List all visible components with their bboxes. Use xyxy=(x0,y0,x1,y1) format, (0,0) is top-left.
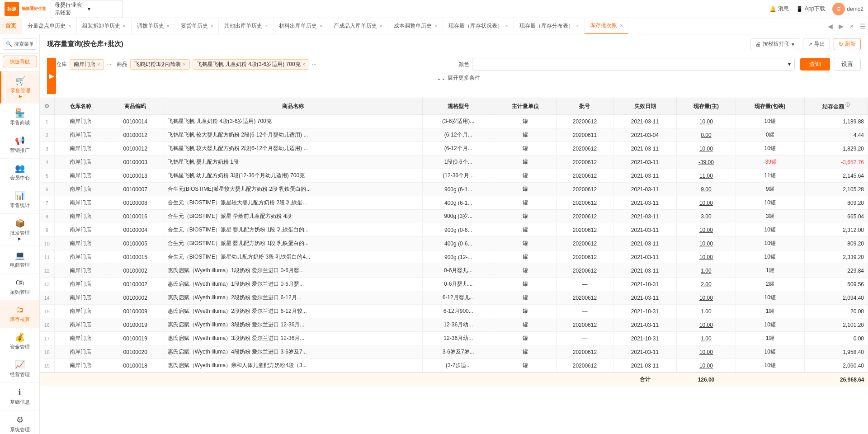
row-number: 19 xyxy=(40,359,54,373)
sidebar-item-members[interactable]: 👥 会员中心 xyxy=(0,159,39,186)
sidebar-item-retail-stats[interactable]: 📊 零售统计 xyxy=(0,186,39,214)
cell-qty-main[interactable]: 10.00 xyxy=(677,345,736,359)
cell-qty-main[interactable]: 0.00 xyxy=(677,128,736,142)
tab-2[interactable]: 组装拆卸单历史 × xyxy=(77,18,132,34)
messages-button[interactable]: 🔔 消息 xyxy=(769,5,789,13)
sidebar-item-inventory[interactable]: 🗂 库存核算 xyxy=(0,301,39,328)
close-icon[interactable]: × xyxy=(167,24,170,28)
sidebar-item-wholesale[interactable]: 📦 批发管理 ▶ xyxy=(0,214,39,246)
cell-qty-main[interactable]: -39.00 xyxy=(677,156,736,169)
expand-conditions-button[interactable]: ⌄⌄ 展开更多条件 xyxy=(437,72,480,84)
nav-right-button[interactable]: ▶ xyxy=(835,18,846,34)
tab-8[interactable]: 成本调整单历史 × xyxy=(388,18,443,34)
close-icon[interactable]: × xyxy=(265,24,268,28)
cell-qty-main[interactable]: 1.00 xyxy=(677,264,736,278)
tab-3[interactable]: 调拨单历史 × xyxy=(132,18,175,34)
close-icon[interactable]: × xyxy=(211,24,213,28)
refresh-button[interactable]: ↻ 刷新 xyxy=(834,38,861,50)
tab-home[interactable]: 首页 xyxy=(0,18,22,34)
product-tag-1[interactable]: 飞鹤星飞帆 儿童奶粉 4段(3-6岁适用) 700克 × xyxy=(193,59,309,70)
tab-6[interactable]: 材料出库单历史 × xyxy=(274,18,328,34)
nav-menu-button[interactable]: ☰ xyxy=(857,18,868,34)
remove-product-0-icon[interactable]: × xyxy=(183,61,185,67)
close-icon[interactable]: × xyxy=(620,23,623,28)
tab-11[interactable]: 库存批次账 × xyxy=(585,18,628,34)
tab-10[interactable]: 现存量（库存分布表） × xyxy=(514,18,585,34)
warehouse-select[interactable]: 母婴行业演示账套 ▾ xyxy=(51,0,123,18)
tab-4[interactable]: 要货单历史 × xyxy=(175,18,219,34)
expand-sidebar-button[interactable]: ▶ xyxy=(47,58,56,94)
cell-qty-pkg: 10罐 xyxy=(736,250,804,264)
chevron-down-icon: ▾ xyxy=(88,6,119,12)
close-icon[interactable]: × xyxy=(320,24,322,28)
close-icon[interactable]: × xyxy=(505,24,508,28)
tab-9[interactable]: 现存量（库存状况表） × xyxy=(443,18,514,34)
top-bar-right: 🔔 消息 📱 App下载 E demo2 xyxy=(769,3,863,15)
close-icon[interactable]: × xyxy=(123,24,126,28)
print-button[interactable]: 🖨 按模板打印 ▾ xyxy=(750,38,799,50)
home-tab-label: 首页 xyxy=(5,22,16,30)
warehouse-more-button[interactable]: ··· xyxy=(107,61,111,67)
sidebar-item-marketing[interactable]: 📢 营销推广 xyxy=(0,131,39,159)
remove-warehouse-icon[interactable]: × xyxy=(97,61,100,67)
cell-qty-main[interactable]: 10.00 xyxy=(677,223,736,237)
cell-qty-main[interactable]: 10.00 xyxy=(677,196,736,210)
sidebar-item-purchase[interactable]: 🛍 采购管理 xyxy=(0,274,39,301)
nav-close-button[interactable]: × xyxy=(846,18,857,34)
close-icon[interactable]: × xyxy=(434,24,437,28)
table-row: 19 南岸门店 00100018 惠氏启赋（Wyeth illuma）亲和人体儿… xyxy=(40,359,868,373)
tab-5[interactable]: 其他出库单历史 × xyxy=(219,18,274,34)
cell-qty-main[interactable]: 10.00 xyxy=(677,250,736,264)
cell-qty-main[interactable]: 10.00 xyxy=(677,359,736,373)
footer-total-amount: 26,968.64 xyxy=(804,373,868,386)
product-more-button[interactable]: ··· xyxy=(312,61,316,67)
sidebar-item-operations[interactable]: 📈 经营管理 xyxy=(0,355,39,383)
cell-qty-main[interactable]: 3.00 xyxy=(677,210,736,223)
table-footer: 合计 126.00 26,968.64 xyxy=(40,373,868,386)
info-icon[interactable]: ⓘ xyxy=(845,102,850,107)
cell-qty-main[interactable]: 10.00 xyxy=(677,318,736,332)
cell-qty-main[interactable]: 10.00 xyxy=(677,115,736,128)
sidebar-item-system[interactable]: ⚙ 系统管理 xyxy=(0,410,39,434)
close-icon[interactable]: × xyxy=(380,24,382,28)
cell-qty-main[interactable]: 2.00 xyxy=(677,278,736,291)
cell-qty-pkg: 10罐 xyxy=(736,345,804,359)
warehouse-tag[interactable]: 南岸门店 × xyxy=(70,59,104,70)
filter-row: 仓库 南岸门店 × ··· 商品 飞鹤奶粉3段丙筒装 × xyxy=(56,58,861,71)
cell-qty-main[interactable]: 1.00 xyxy=(677,305,736,318)
cell-qty-main[interactable]: 10.00 xyxy=(677,142,736,156)
color-input[interactable]: ▾ xyxy=(472,58,795,71)
cell-qty-main[interactable]: 11.00 xyxy=(677,169,736,183)
close-icon[interactable]: × xyxy=(576,24,579,28)
cell-code: 00100013 xyxy=(107,169,164,183)
quick-nav-button[interactable]: 快捷导航 xyxy=(3,56,37,67)
sidebar-item-basic-info[interactable]: ℹ 基础信息 xyxy=(0,383,39,410)
cell-warehouse: 南岸门店 xyxy=(54,169,107,183)
remove-product-1-icon[interactable]: × xyxy=(302,61,305,67)
cell-spec: (3-7步适... xyxy=(423,359,494,373)
settings-button[interactable]: 设置 xyxy=(834,58,861,71)
cell-qty-main[interactable]: 9.00 xyxy=(677,183,736,196)
export-button[interactable]: ↗ 导出 xyxy=(803,38,830,50)
settings-icon[interactable]: ⚙ xyxy=(44,103,49,109)
sidebar-item-ecommerce[interactable]: 💻 电商管理 xyxy=(0,246,39,274)
cell-qty-pkg: 10罐 xyxy=(736,291,804,305)
app-download-button[interactable]: 📱 App下载 xyxy=(796,5,825,13)
tab-1[interactable]: 分量盘点单历史 × xyxy=(22,18,77,34)
sidebar-item-retail-management[interactable]: 🛒 零售管理 ▶ xyxy=(0,71,39,104)
product-tag-0[interactable]: 飞鹤奶粉3段丙筒装 × xyxy=(130,59,189,70)
chevron-down-icon: ▾ xyxy=(792,41,794,47)
cell-qty-main[interactable]: 10.00 xyxy=(677,291,736,305)
tab-7[interactable]: 产成品入库单历史 × xyxy=(328,18,388,34)
cell-qty-main[interactable]: 10.00 xyxy=(677,237,736,250)
cell-qty-main[interactable]: 1.00 xyxy=(677,332,736,345)
cell-batch: 20200612 xyxy=(556,142,613,156)
cell-name: 惠氏启赋（Wyeth illuma）1段奶粉 爱尔兰进口 0-6月婴... xyxy=(164,264,422,278)
user-avatar[interactable]: E demo2 xyxy=(832,3,863,15)
sidebar-item-finance[interactable]: 💰 资金管理 xyxy=(0,328,39,355)
sidebar-item-retail-store[interactable]: 🏪 零售商城 xyxy=(0,104,39,131)
search-menu-button[interactable]: 🔍 搜索菜单 xyxy=(3,38,37,50)
nav-left-button[interactable]: ◀ xyxy=(825,18,835,34)
close-icon[interactable]: × xyxy=(68,24,71,28)
query-button[interactable]: 查询 xyxy=(800,58,830,71)
